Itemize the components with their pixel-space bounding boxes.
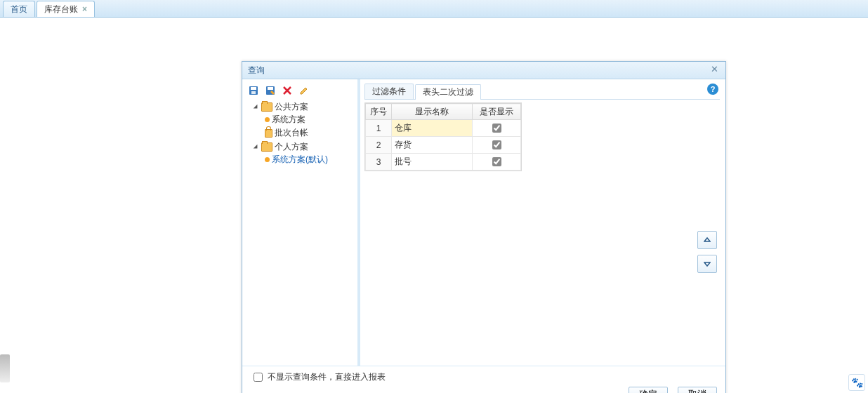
- tab-inventory-ledger[interactable]: 库存台账×: [37, 1, 95, 17]
- cell-show: [473, 137, 521, 154]
- help-icon[interactable]: ?: [707, 84, 718, 95]
- folder-icon: [261, 142, 272, 152]
- display-grid: 序号 显示名称 是否显示 1 仓库: [364, 102, 522, 171]
- expand-icon: [254, 104, 259, 109]
- tab-label: 库存台账: [44, 4, 78, 14]
- save-icon[interactable]: [248, 85, 259, 96]
- tab-home[interactable]: 首页: [3, 1, 35, 17]
- query-dialog: 查询 ✕ 公共方案 系统方案: [242, 61, 726, 393]
- dialog-buttons: 确定 取消: [251, 387, 717, 393]
- cell-name: 批号: [392, 154, 473, 171]
- tree-node-system-default[interactable]: 系统方案(默认): [265, 154, 355, 166]
- show-checkbox[interactable]: [492, 124, 501, 133]
- grid-row[interactable]: 2 存货: [366, 137, 521, 154]
- cell-seq: 3: [366, 154, 392, 171]
- cell-show: [473, 154, 521, 171]
- edit-icon[interactable]: [298, 85, 310, 96]
- svg-rect-1: [251, 87, 256, 90]
- dialog-close-button[interactable]: ✕: [709, 65, 720, 76]
- reorder-buttons: [697, 231, 717, 273]
- bullet-icon: [265, 157, 270, 162]
- cell-seq: 2: [366, 137, 392, 154]
- grid-row[interactable]: 3 批号: [366, 154, 521, 171]
- tree-label: 批次台帐: [275, 127, 308, 139]
- svg-rect-4: [268, 87, 273, 90]
- cell-name: 仓库: [392, 120, 473, 137]
- cell-seq: 1: [366, 120, 392, 137]
- col-seq[interactable]: 序号: [366, 104, 392, 120]
- col-show[interactable]: 是否显示: [473, 104, 521, 120]
- main-tabstrip: 首页 库存台账×: [0, 0, 868, 18]
- show-checkbox[interactable]: [492, 140, 501, 149]
- tab-label: 首页: [11, 4, 27, 14]
- subtab-header-filter[interactable]: 表头二次过滤: [415, 84, 481, 100]
- right-panel: ? 过滤条件 表头二次过滤 序号 显示名称 是否显示: [360, 79, 725, 366]
- left-shadow: [0, 354, 10, 382]
- tree-toolbar: [245, 84, 355, 100]
- show-checkbox[interactable]: [492, 157, 501, 166]
- scheme-tree: 公共方案 系统方案 批次台帐 个人方案 系统方案(默认): [245, 100, 355, 167]
- tree-node-public[interactable]: 公共方案: [255, 101, 355, 113]
- skip-query-label: 不显示查询条件，直接进入报表: [268, 371, 386, 383]
- skip-query-checkbox[interactable]: [254, 373, 263, 382]
- bullet-icon: [265, 117, 270, 122]
- lock-icon: [265, 129, 272, 138]
- subtab-filter[interactable]: 过滤条件: [364, 84, 414, 99]
- assistant-paw-icon[interactable]: 🐾: [848, 374, 865, 391]
- dialog-titlebar: 查询 ✕: [242, 62, 725, 79]
- grid-row[interactable]: 1 仓库: [366, 120, 521, 137]
- dialog-footer: 不显示查询条件，直接进入报表 确定 取消: [242, 366, 725, 393]
- tree-label: 公共方案: [275, 101, 308, 113]
- cancel-button[interactable]: 取消: [678, 387, 717, 393]
- col-name[interactable]: 显示名称: [392, 104, 473, 120]
- tree-label: 系统方案: [272, 114, 305, 126]
- tree-label: 系统方案(默认): [272, 154, 328, 166]
- tree-node-batch[interactable]: 批次台帐: [265, 127, 355, 139]
- tree-node-system[interactable]: 系统方案: [265, 114, 355, 126]
- folder-icon: [261, 102, 272, 112]
- page-area: 查询 ✕ 公共方案 系统方案: [0, 18, 868, 393]
- dialog-title: 查询: [248, 62, 265, 79]
- delete-icon[interactable]: [282, 85, 293, 96]
- tree-node-private[interactable]: 个人方案: [255, 141, 355, 153]
- move-down-button[interactable]: [697, 255, 717, 273]
- expand-icon: [254, 144, 259, 149]
- move-up-button[interactable]: [697, 231, 717, 249]
- cell-show: [473, 120, 521, 137]
- tree-panel: 公共方案 系统方案 批次台帐 个人方案 系统方案(默认): [242, 79, 360, 366]
- subtab-strip: 过滤条件 表头二次过滤: [364, 84, 720, 100]
- skip-query-row[interactable]: 不显示查询条件，直接进入报表: [251, 371, 717, 384]
- cell-name: 存货: [392, 137, 473, 154]
- svg-rect-2: [251, 91, 256, 94]
- save-as-icon[interactable]: [265, 85, 276, 96]
- close-icon[interactable]: ×: [82, 4, 87, 14]
- dialog-body: 公共方案 系统方案 批次台帐 个人方案 系统方案(默认): [242, 79, 725, 366]
- ok-button[interactable]: 确定: [629, 387, 668, 393]
- tree-label: 个人方案: [275, 141, 308, 153]
